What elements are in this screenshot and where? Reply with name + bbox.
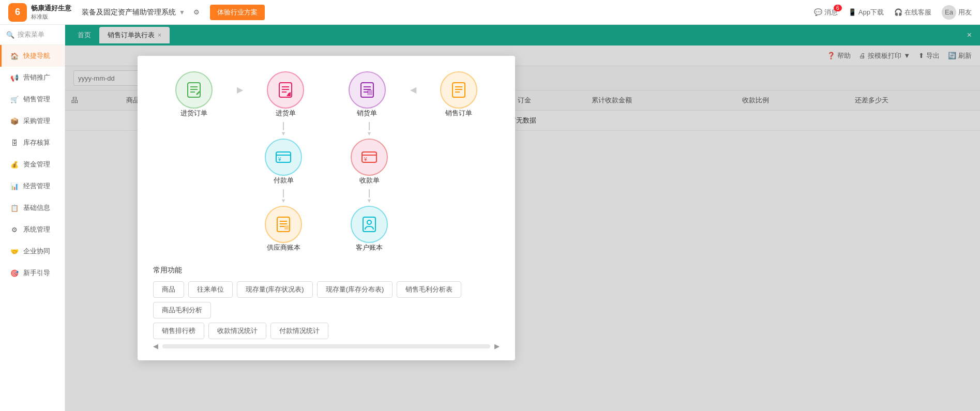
customer-ledger-label: 客户账本 <box>356 243 383 252</box>
func-btn-sales-profit[interactable]: 销售毛利分析表 <box>397 281 461 298</box>
system-title: 装备及固定资产辅助管理系统 ▼ <box>82 8 185 17</box>
customer-ledger-icon[interactable] <box>351 206 388 243</box>
common-functions-section: 常用功能 商品 往来单位 现存量(库存状况表) 现存量(库存分布表) 销售毛利分… <box>153 266 500 339</box>
flow-panel: 进货订单 ▶ 进 <box>138 56 515 360</box>
sidebar-item-enterprise[interactable]: 🤝 企业协同 <box>0 240 65 262</box>
svg-point-29 <box>367 220 371 224</box>
svg-text:¥: ¥ <box>278 157 281 162</box>
message-icon: 💬 <box>814 8 822 16</box>
logo-text: 畅康通好生意 标准版 <box>31 4 71 20</box>
payment-bill-label: 付款单 <box>274 176 294 185</box>
func-btn-stock-status[interactable]: 现存量(库存状况表) <box>237 281 313 298</box>
sidebar-item-base-info[interactable]: 📋 基础信息 <box>0 197 65 219</box>
supplier-ledger-icon[interactable] <box>265 206 302 243</box>
func-btn-stock-distribution[interactable]: 现存量(库存分布表) <box>317 281 393 298</box>
purchase-order-label: 进货订单 <box>180 109 207 118</box>
func-btn-product-profit[interactable]: 商品毛利分析 <box>153 302 211 318</box>
sidebar-item-marketing[interactable]: 📢 营销推广 <box>0 67 65 88</box>
payment-bill-icon[interactable]: ¥ <box>265 139 302 176</box>
func-btn-product[interactable]: 商品 <box>153 281 184 298</box>
sidebar-item-quick-nav[interactable]: 🏠 快捷导航 <box>0 45 65 67</box>
func-buttons-row2: 销售排行榜 收款情况统计 付款情况统计 <box>153 323 500 339</box>
scroll-hint: ◀ ▶ <box>153 339 500 350</box>
operations-icon: 📊 <box>10 181 19 191</box>
user-avatar: Ea <box>942 5 956 20</box>
func-btn-receipt-stats[interactable]: 收款情况统计 <box>208 323 266 339</box>
svg-text:¥: ¥ <box>364 157 367 162</box>
receipt-bill-label: 收款单 <box>359 176 380 185</box>
guide-icon: 🎯 <box>10 268 19 278</box>
message-button[interactable]: 💬 消息 6 <box>814 8 838 17</box>
overlay[interactable]: 进货订单 ▶ 进 <box>65 25 980 411</box>
base-info-icon: 📋 <box>10 203 19 212</box>
system-dropdown-arrow[interactable]: ▼ <box>179 9 185 16</box>
sidebar-navigation: 🏠 快捷导航 📢 营销推广 🛒 销售管理 📦 采购管理 🗄 库存核 <box>0 45 65 411</box>
purchase-icon: 📦 <box>10 116 19 126</box>
svg-rect-27 <box>284 225 289 230</box>
common-funcs-title: 常用功能 <box>153 266 500 275</box>
horizontal-scrollbar[interactable] <box>162 344 490 348</box>
sales-order-label: 销售订单 <box>445 109 472 118</box>
sidebar-item-purchase[interactable]: 📦 采购管理 <box>0 110 65 132</box>
app-download-button[interactable]: 📱 App下载 <box>848 8 884 17</box>
finance-icon: 💰 <box>10 160 19 169</box>
search-menu-area[interactable]: 🔍 搜索菜单 <box>0 25 65 45</box>
sales-order-icon[interactable] <box>440 71 477 109</box>
receipt-bill-icon[interactable]: ¥ <box>351 139 388 176</box>
purchase-order-icon[interactable] <box>175 71 213 109</box>
search-icon: 🔍 <box>6 31 14 39</box>
scroll-right-arrow[interactable]: ▶ <box>494 342 500 350</box>
service-icon: 🎧 <box>894 8 902 16</box>
online-service-button[interactable]: 🎧 在线客服 <box>894 8 931 17</box>
marketing-icon: 📢 <box>10 73 19 82</box>
experience-button[interactable]: 体验行业方案 <box>210 5 265 20</box>
user-area[interactable]: Ea 用友 <box>942 5 972 20</box>
gear-button[interactable]: ⚙ <box>189 5 204 20</box>
sidebar-item-sales[interactable]: 🛒 销售管理 <box>0 88 65 110</box>
purchase-bill-icon[interactable] <box>267 71 304 109</box>
app-logo-icon: 6 <box>8 3 27 22</box>
func-btn-sales-ranking[interactable]: 销售排行榜 <box>153 323 204 339</box>
purchase-bill-label: 进货单 <box>276 109 296 118</box>
download-icon: 📱 <box>848 8 856 16</box>
inventory-icon: 🗄 <box>10 138 19 147</box>
enterprise-icon: 🤝 <box>10 247 19 256</box>
svg-rect-12 <box>367 90 372 95</box>
scroll-left-arrow[interactable]: ◀ <box>153 342 158 350</box>
func-btn-partner[interactable]: 往来单位 <box>188 281 233 298</box>
func-btn-payment-stats[interactable]: 付款情况统计 <box>270 323 328 339</box>
sales-icon: 🛒 <box>10 95 19 104</box>
sidebar-item-system[interactable]: ⚙ 系统管理 <box>0 219 65 240</box>
sales-bill-label: 销货单 <box>357 109 377 118</box>
sidebar-item-finance[interactable]: 💰 资金管理 <box>0 154 65 175</box>
sidebar-item-operations[interactable]: 📊 经营管理 <box>0 175 65 197</box>
message-badge: 6 <box>834 5 842 11</box>
sidebar-item-inventory[interactable]: 🗄 库存核算 <box>0 132 65 154</box>
home-icon: 🏠 <box>10 51 19 60</box>
system-icon: ⚙ <box>10 225 19 234</box>
supplier-ledger-label: 供应商账本 <box>267 243 300 252</box>
func-buttons-row1: 商品 往来单位 现存量(库存状况表) 现存量(库存分布表) 销售毛利分析表 商品… <box>153 281 500 318</box>
sales-bill-icon[interactable] <box>349 71 386 109</box>
sidebar-item-guide[interactable]: 🎯 新手引导 <box>0 262 65 284</box>
